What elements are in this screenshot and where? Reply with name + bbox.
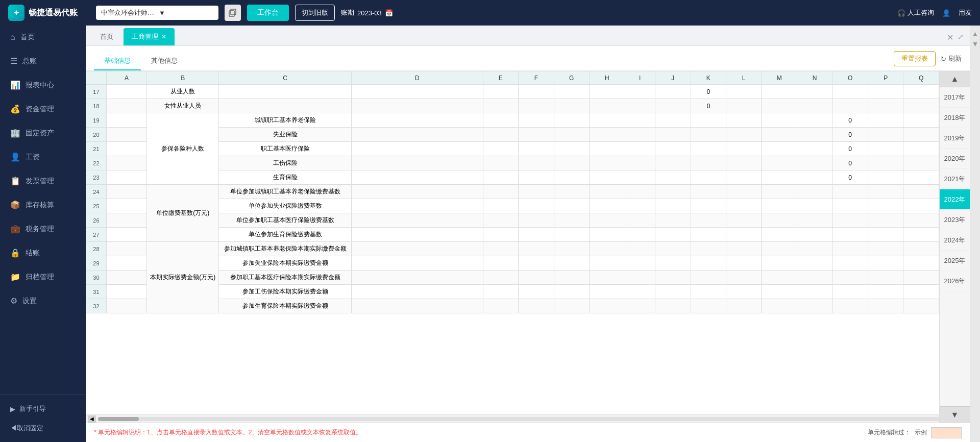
cell-31-E[interactable]: [483, 285, 518, 299]
cell-22-N[interactable]: [797, 156, 832, 170]
cell-20-K[interactable]: [691, 128, 726, 142]
cell-23-P[interactable]: [868, 170, 903, 185]
cell-20-F[interactable]: [519, 128, 554, 142]
cell-22-E[interactable]: [483, 156, 518, 170]
cell-32-O[interactable]: [832, 299, 868, 313]
cell-26-K[interactable]: [691, 213, 726, 228]
cell-32-Q[interactable]: [903, 299, 939, 313]
cell-28-L[interactable]: [726, 242, 761, 256]
tab-business[interactable]: 工商管理 ✕: [124, 28, 175, 45]
collapse-down-icon[interactable]: ▼: [972, 40, 979, 48]
cell-19-E[interactable]: [483, 113, 518, 128]
cell-32-I[interactable]: [625, 299, 655, 313]
cell-19-O[interactable]: 0: [832, 113, 868, 128]
cell-30-A[interactable]: [106, 271, 146, 285]
cell-18-J[interactable]: [655, 99, 691, 113]
cell-28-M[interactable]: [762, 242, 797, 256]
cell-23-H[interactable]: [590, 170, 625, 185]
cell-29-G[interactable]: [554, 256, 589, 271]
cell-29-L[interactable]: [726, 256, 761, 271]
cell-18-O[interactable]: [832, 99, 868, 113]
cell-21-A[interactable]: [106, 142, 146, 156]
cell-19-C[interactable]: 城镇职工基本养老保险: [219, 113, 352, 128]
refresh-button[interactable]: ↻ 刷新: [941, 54, 962, 63]
year-item-2024[interactable]: 2024年: [940, 230, 970, 251]
cell-25-C[interactable]: 单位参加失业保险缴费基数: [219, 199, 352, 213]
cell-20-D[interactable]: [352, 128, 483, 142]
cell-27-P[interactable]: [868, 228, 903, 242]
cell-24-B-merged[interactable]: 单位缴费基数(万元): [147, 185, 219, 242]
cell-29-Q[interactable]: [903, 256, 939, 271]
cell-23-L[interactable]: [726, 170, 761, 185]
cell-18-M[interactable]: [762, 99, 797, 113]
cell-27-M[interactable]: [762, 228, 797, 242]
cell-28-K[interactable]: [691, 242, 726, 256]
cell-17-A[interactable]: [106, 85, 146, 99]
close-tab-icon[interactable]: ✕: [161, 33, 166, 40]
cell-28-I[interactable]: [625, 242, 655, 256]
cell-32-H[interactable]: [590, 299, 625, 313]
cell-32-N[interactable]: [797, 299, 832, 313]
cell-31-J[interactable]: [655, 285, 691, 299]
cell-24-G[interactable]: [554, 185, 589, 199]
cell-30-H[interactable]: [590, 271, 625, 285]
cell-30-K[interactable]: [691, 271, 726, 285]
cell-23-A[interactable]: [106, 170, 146, 185]
sidebar-item-ledger[interactable]: ☰ 总账: [0, 49, 86, 73]
year-item-2018[interactable]: 2018年: [940, 108, 970, 128]
cell-21-M[interactable]: [762, 142, 797, 156]
cell-26-O[interactable]: [832, 213, 868, 228]
cell-31-M[interactable]: [762, 285, 797, 299]
cell-30-L[interactable]: [726, 271, 761, 285]
cell-30-Q[interactable]: [903, 271, 939, 285]
cell-17-K[interactable]: 0: [691, 85, 726, 99]
cell-23-J[interactable]: [655, 170, 691, 185]
cell-17-J[interactable]: [655, 85, 691, 99]
h-scroll-thumb[interactable]: [98, 417, 139, 421]
cell-30-P[interactable]: [868, 271, 903, 285]
cell-18-L[interactable]: [726, 99, 761, 113]
cell-21-K[interactable]: [691, 142, 726, 156]
cell-32-F[interactable]: [519, 299, 554, 313]
cell-26-H[interactable]: [590, 213, 625, 228]
cell-29-M[interactable]: [762, 256, 797, 271]
cell-30-M[interactable]: [762, 271, 797, 285]
cell-27-J[interactable]: [655, 228, 691, 242]
cell-20-H[interactable]: [590, 128, 625, 142]
cell-27-E[interactable]: [483, 228, 518, 242]
cell-27-I[interactable]: [625, 228, 655, 242]
cell-31-H[interactable]: [590, 285, 625, 299]
spreadsheet-wrapper[interactable]: A B C D E F G H I J: [86, 71, 939, 414]
cell-30-N[interactable]: [797, 271, 832, 285]
cell-17-B[interactable]: 从业人数: [147, 85, 219, 99]
cell-20-L[interactable]: [726, 128, 761, 142]
cell-27-A[interactable]: [106, 228, 146, 242]
cell-29-A[interactable]: [106, 256, 146, 271]
cell-29-J[interactable]: [655, 256, 691, 271]
cell-21-C[interactable]: 职工基本医疗保险: [219, 142, 352, 156]
cell-25-L[interactable]: [726, 199, 761, 213]
cell-18-H[interactable]: [590, 99, 625, 113]
cell-17-N[interactable]: [797, 85, 832, 99]
cell-20-Q[interactable]: [903, 128, 939, 142]
cell-27-O[interactable]: [832, 228, 868, 242]
cell-21-H[interactable]: [590, 142, 625, 156]
cell-22-C[interactable]: 工伤保险: [219, 156, 352, 170]
cell-22-I[interactable]: [625, 156, 655, 170]
cell-26-A[interactable]: [106, 213, 146, 228]
cell-25-D[interactable]: [352, 199, 483, 213]
cell-27-F[interactable]: [519, 228, 554, 242]
cell-27-D[interactable]: [352, 228, 483, 242]
cell-17-M[interactable]: [762, 85, 797, 99]
cell-17-H[interactable]: [590, 85, 625, 99]
year-nav-down-button[interactable]: ▼: [940, 406, 970, 414]
cell-27-K[interactable]: [691, 228, 726, 242]
cell-24-N[interactable]: [797, 185, 832, 199]
cell-28-O[interactable]: [832, 242, 868, 256]
cell-20-I[interactable]: [625, 128, 655, 142]
cell-31-K[interactable]: [691, 285, 726, 299]
cell-30-I[interactable]: [625, 271, 655, 285]
expand-icon[interactable]: ⤢: [958, 33, 964, 42]
cell-26-J[interactable]: [655, 213, 691, 228]
cell-21-D[interactable]: [352, 142, 483, 156]
